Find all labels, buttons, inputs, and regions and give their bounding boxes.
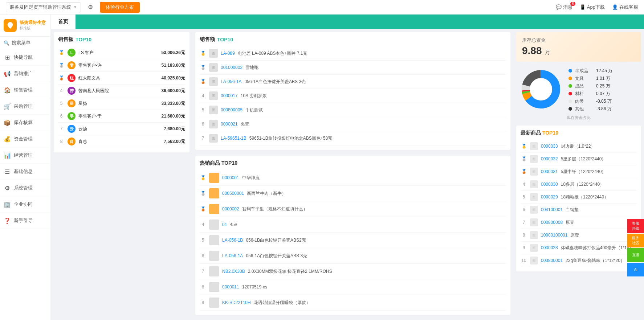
legend-label: 文具 (575, 75, 593, 82)
message-badge: 6 (570, 2, 575, 6)
legend-item: 其他 -3.86 万 (568, 106, 612, 112)
inventory-value: 9.88 (522, 45, 542, 56)
customer-name: 星扬 (78, 100, 159, 107)
inventory-legend: 半成品 12.45 万 文具 1.01 万 成品 0.25 万 材料 0.07 … (568, 68, 612, 112)
product-rank: 6 (200, 122, 206, 127)
sales-products-card: 销售额 TOP10 🥇 图 LA-089 电池盖 LA-089 ABS本色+黑种… (195, 32, 510, 150)
product-image: 图 (209, 63, 218, 72)
sidebar-item-sales[interactable]: 🏠销售管理 (0, 82, 50, 98)
cs-community-button[interactable]: 服务社区 (627, 234, 644, 247)
trial-button[interactable]: 体验行业方案 (100, 2, 140, 13)
search-icon: 🔍 (4, 40, 9, 46)
inventory-total-value-area: 9.88 万 (522, 45, 635, 57)
product-name: 手机测试 (245, 107, 506, 113)
logo-brand: 畅捷通好生意 (20, 20, 46, 26)
new-product-image: 图 (530, 231, 538, 239)
list-item: 9 图 0000028 体碱嘉枝味苏打饮品400毫升（1*15） (521, 242, 637, 254)
sidebar-icon-inventory: 📦 (4, 119, 11, 126)
product-name: 59651-1B旋转投影灯电池盒ABS黑色+58壳 (249, 135, 506, 141)
tab-home[interactable]: 首页 (51, 15, 76, 29)
new-product-code: 000800008 (541, 220, 563, 225)
sidebar-item-system[interactable]: ⚙系统管理 (0, 180, 50, 196)
new-product-image: 图 (530, 206, 538, 214)
sidebar-item-quick-nav[interactable]: ⊞快捷导航 (0, 49, 50, 66)
cs-hotline-button[interactable]: 客服热线 (627, 219, 644, 233)
cs-extra-button[interactable]: Ai (627, 263, 644, 276)
product-rank: 4 (200, 93, 206, 98)
table-row: 6 零 零售客户-于 21,680.00元 (58, 110, 185, 123)
list-item: 8 0000011 12070519-xs (200, 279, 506, 295)
product-rank: 7 (200, 269, 206, 274)
product-image (209, 173, 219, 183)
product-rank: 🥇 (200, 51, 206, 56)
nav-tabs: 首页 (51, 15, 644, 29)
product-rank: 9 (200, 300, 206, 305)
customer-name: 红太阳文具 (78, 75, 159, 81)
app-icon: 📱 (580, 4, 586, 10)
sidebar-item-marketing[interactable]: 📢营销推广 (0, 66, 50, 82)
system-selector[interactable]: 装备及固定资产辅助管理系统 ▼ (6, 2, 81, 12)
sidebar-label-quick-nav: 快捷导航 (14, 54, 33, 61)
dashboard-left: 销售额 TOP10 🥇 L LS 客户 53,006.26元 🥈 零 零售客户-… (51, 29, 192, 320)
new-product-name: 18多层（1220*2440） (561, 181, 637, 188)
sidebar-item-purchase[interactable]: 🛒采购管理 (0, 98, 50, 115)
sidebar-item-guide[interactable]: ❓新手引导 (0, 213, 50, 229)
rank-number: 7 (58, 126, 65, 131)
list-item: 5 图 000800005 手机测试 (200, 103, 506, 117)
message-button[interactable]: 💬 消息 6 (556, 4, 572, 11)
online-service-button[interactable]: 👤 在线客服 (612, 4, 638, 11)
sidebar-label-basic-info: 基础信息 (14, 168, 33, 175)
sidebar-item-basic-info[interactable]: ☰基础信息 (0, 164, 50, 180)
legend-value: 0.07 万 (596, 91, 610, 97)
cs-live-button[interactable]: 直播 (627, 248, 644, 262)
new-product-image: 图 (530, 155, 538, 163)
product-name: 智利车子里（规格不知道填什么） (242, 206, 506, 212)
customer-amount: 21,680.00元 (162, 113, 185, 119)
list-item: 🥈 图 001000002 雪地靴 (200, 61, 506, 75)
new-products-title: 最新商品 TOP10 (521, 130, 637, 136)
app-download-button[interactable]: 📱 App下载 (580, 4, 605, 11)
list-item: 6 图 004100001 白钢垫 (521, 204, 637, 216)
sidebar-logo: 畅捷通好生意 标准版 (0, 15, 50, 37)
service-icon: 👤 (612, 4, 618, 10)
product-name: 056-1A白色按键开关盖ABS 3壳 (246, 253, 506, 259)
dashboard-right: 库存总资金 9.88 万 (513, 29, 644, 320)
legend-color (568, 92, 572, 95)
sidebar-label-purchase: 采购管理 (14, 103, 33, 110)
product-code: 0000017 (221, 93, 238, 98)
sidebar-item-enterprise[interactable]: 🏢企业协同 (0, 196, 50, 213)
product-code: 0000001 (222, 175, 239, 180)
dashboard: 销售额 TOP10 🥇 L LS 客户 53,006.26元 🥈 零 零售客户-… (51, 29, 644, 320)
product-rank: 8 (200, 284, 206, 290)
hot-products-title: 热销商品 TOP10 (200, 160, 506, 167)
sidebar-item-finance[interactable]: 💰资金管理 (0, 131, 50, 147)
sidebar-label-finance: 资金管理 (14, 136, 33, 142)
list-item: 6 LA-056-1A 056-1A白色按键开关盖ABS 3壳 (200, 248, 506, 264)
sidebar-label-operations: 经营管理 (14, 152, 33, 159)
new-product-image: 图 (530, 180, 538, 188)
list-item: 7 图 000800008 原壹 (521, 216, 637, 229)
new-product-name: 封边带（1.0*22） (561, 143, 637, 149)
customer-name: 肖总 (78, 139, 161, 145)
customer-service-float: 客服热线 服务社区 直播 Ai (627, 219, 644, 276)
sidebar-search[interactable]: 🔍 搜索菜单 (0, 37, 50, 49)
product-code: 0000021 (221, 122, 238, 127)
main-layout: 畅捷通好生意 标准版 🔍 搜索菜单 ⊞快捷导航📢营销推广🏠销售管理🛒采购管理📦库… (0, 15, 644, 320)
list-item: 🥇 0000001 中华神鹿 (200, 170, 506, 186)
dashboard-mid: 销售额 TOP10 🥇 图 LA-089 电池盖 LA-089 ABS本色+黑种… (192, 29, 513, 320)
sidebar-item-operations[interactable]: 📊经营管理 (0, 147, 50, 164)
legend-label: 材料 (575, 91, 593, 97)
product-image: 图 (209, 134, 218, 143)
customer-amount: 7,680.00元 (164, 126, 185, 132)
logo-edition: 标准版 (20, 26, 46, 31)
legend-label: 其他 (575, 106, 593, 112)
settings-icon[interactable]: ⚙ (85, 2, 95, 12)
customer-amount: 51,183.00元 (162, 62, 185, 69)
new-product-rank: 9 (521, 245, 527, 250)
sidebar-item-inventory[interactable]: 📦库存核算 (0, 115, 50, 131)
sidebar-icon-enterprise: 🏢 (4, 201, 11, 208)
inventory-total-label: 库存总资金 (522, 37, 635, 44)
new-product-image: 图 (530, 193, 538, 201)
new-product-image: 图 (530, 142, 538, 150)
product-name: 新西兰牛肉（新牛） (247, 190, 506, 197)
